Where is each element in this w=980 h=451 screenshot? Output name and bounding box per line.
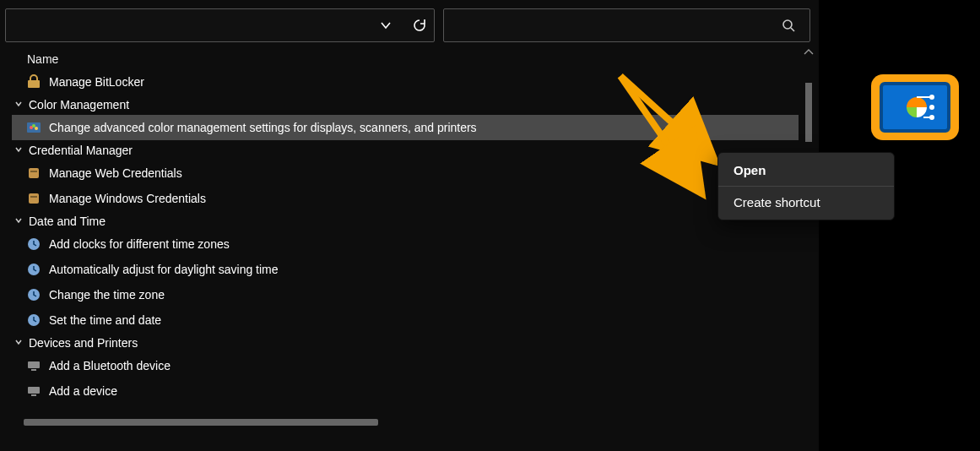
search-box[interactable] [443, 8, 810, 42]
list-item[interactable]: Change advanced color management setting… [12, 115, 799, 140]
list-item-label: Add a device [49, 384, 117, 398]
credential-icon [25, 190, 42, 207]
svg-rect-7 [29, 168, 39, 178]
list-item[interactable]: Manage Windows Credentials [12, 186, 799, 211]
svg-rect-1 [805, 83, 812, 142]
list-item-label: Manage BitLocker [49, 75, 144, 89]
list-item[interactable]: Set the time and date [12, 307, 799, 333]
group-header[interactable]: Credential Manager [12, 140, 799, 160]
list-item-label: Automatically adjust for daylight saving… [49, 263, 279, 276]
svg-point-20 [929, 105, 934, 110]
list-item[interactable]: Add clocks for different time zones [12, 231, 799, 257]
list-item[interactable]: Manage BitLocker [12, 69, 799, 95]
column-header-row[interactable]: Name [12, 47, 799, 69]
list-item-label: Add a Bluetooth device [49, 359, 171, 372]
refresh-icon[interactable] [410, 16, 429, 35]
list-item[interactable]: Change the time zone [12, 282, 799, 307]
search-icon [779, 16, 798, 35]
group-title: Date and Time [29, 215, 106, 228]
group-title: Color Management [29, 98, 129, 111]
chevron-down-icon [12, 336, 25, 350]
svg-rect-16 [31, 369, 36, 371]
content-pane: Name Manage BitLockerColor ManagementCha… [0, 47, 819, 432]
chevron-down-icon [12, 98, 25, 111]
list-item-label: Change the time zone [49, 288, 165, 302]
group-header[interactable]: Devices and Printers [12, 333, 799, 353]
control-panel-icon [880, 82, 950, 133]
device-icon [25, 383, 42, 399]
context-menu: OpenCreate shortcut [717, 152, 895, 220]
context-menu-item[interactable]: Open [718, 155, 894, 187]
credential-icon [25, 165, 42, 182]
explorer-window: Name Manage BitLockerColor ManagementCha… [0, 0, 819, 451]
address-bar[interactable] [5, 8, 435, 42]
svg-rect-2 [28, 80, 40, 88]
list-item-label: Add clocks for different time zones [49, 237, 230, 251]
bitlocker-icon [25, 73, 42, 90]
toolbar [0, 0, 819, 47]
list-item[interactable]: Add a device [12, 378, 799, 404]
callout-badge [871, 74, 959, 140]
group-title: Credential Manager [29, 144, 133, 157]
list-item-label: Set the time and date [49, 313, 161, 327]
list-item[interactable]: Manage Web Credentials [12, 160, 799, 186]
group-header[interactable]: Color Management [12, 95, 799, 115]
context-menu-item[interactable]: Create shortcut [718, 187, 894, 218]
svg-rect-15 [28, 361, 40, 368]
svg-rect-17 [28, 387, 40, 394]
vertical-scrollbar[interactable] [799, 47, 819, 436]
svg-rect-18 [31, 394, 36, 396]
svg-point-5 [32, 124, 35, 128]
group-header[interactable]: Date and Time [12, 211, 799, 231]
svg-rect-8 [30, 171, 37, 172]
group-title: Devices and Printers [29, 336, 138, 350]
list-item-label: Manage Web Credentials [49, 166, 182, 180]
svg-rect-9 [29, 193, 39, 204]
chevron-down-icon [12, 215, 25, 228]
clock-icon [25, 261, 42, 278]
clock-icon [25, 312, 42, 329]
clock-icon [25, 286, 42, 303]
clock-icon [25, 236, 42, 253]
list-item-label: Manage Windows Credentials [49, 192, 206, 205]
color-mgmt-icon [25, 119, 42, 136]
chevron-down-icon [12, 144, 25, 157]
chevron-down-icon[interactable] [376, 16, 395, 35]
svg-point-6 [35, 127, 38, 130]
horizontal-scrollbar[interactable] [24, 419, 378, 426]
svg-point-0 [783, 20, 792, 29]
list-item[interactable]: Automatically adjust for daylight saving… [12, 257, 799, 282]
column-header-name: Name [27, 52, 58, 66]
device-icon [25, 357, 42, 374]
list-item-label: Change advanced color management setting… [49, 121, 477, 134]
svg-rect-10 [30, 196, 37, 198]
list-item[interactable]: Add a Bluetooth device [12, 353, 799, 378]
